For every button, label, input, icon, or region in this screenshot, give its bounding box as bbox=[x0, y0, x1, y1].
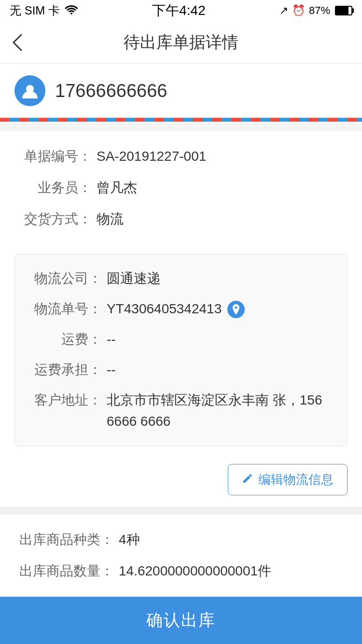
edit-icon bbox=[242, 473, 253, 487]
battery-percentage: 87% bbox=[309, 4, 330, 17]
edit-logistics-button[interactable]: 编辑物流信息 bbox=[228, 464, 348, 495]
confirm-outbound-button[interactable]: 确认出库 bbox=[146, 609, 216, 631]
goods-types-value: 4种 bbox=[119, 529, 343, 551]
freight-label: 运费： bbox=[29, 329, 107, 350]
edit-logistics-label: 编辑物流信息 bbox=[258, 471, 334, 488]
status-time: 下午4:42 bbox=[152, 1, 206, 20]
address-label: 客户地址： bbox=[29, 390, 107, 411]
freight-bear-row: 运费承担： -- bbox=[29, 359, 333, 381]
confirm-btn-wrap: 确认出库 bbox=[0, 597, 362, 644]
status-right: ↗ ⏰ 87% bbox=[279, 4, 352, 17]
location-status-icon: ↗ bbox=[279, 4, 288, 17]
logistics-company-row: 物流公司： 圆通速递 bbox=[29, 268, 333, 290]
goods-quantity-value: 14.6200000000000001件 bbox=[119, 560, 343, 582]
delivery-label: 交货方式： bbox=[19, 209, 97, 230]
carrier-text: 无 SIM 卡 bbox=[10, 3, 60, 18]
wifi-icon bbox=[65, 4, 78, 17]
order-no-value: SA-20191227-001 bbox=[97, 146, 343, 168]
order-no-label: 单据编号： bbox=[19, 146, 97, 168]
order-info-section: 单据编号： SA-20191227-001 业务员： 曾凡杰 交货方式： 物流 bbox=[0, 131, 362, 244]
goods-types-label: 出库商品种类： bbox=[19, 529, 119, 551]
address-value: 北京市市辖区海淀区永丰南 张，156 6666 6666 bbox=[107, 390, 333, 433]
freight-bear-label: 运费承担： bbox=[29, 359, 107, 381]
freight-value: -- bbox=[107, 329, 333, 350]
goods-section: 出库商品种类： 4种 出库商品数量： 14.6200000000000001件 bbox=[0, 515, 362, 597]
section-divider-1 bbox=[0, 507, 362, 515]
logistics-tracking-row: 物流单号： YT4306405342413 bbox=[29, 298, 333, 320]
goods-quantity-row: 出库商品数量： 14.6200000000000001件 bbox=[19, 560, 343, 582]
order-no-row: 单据编号： SA-20191227-001 bbox=[19, 146, 343, 168]
logistics-card: 物流公司： 圆通速递 物流单号： YT4306405342413 运费： -- … bbox=[14, 254, 348, 447]
tracking-location-icon[interactable] bbox=[227, 301, 245, 318]
address-row: 客户地址： 北京市市辖区海淀区永丰南 张，156 6666 6666 bbox=[29, 390, 333, 433]
alarm-icon: ⏰ bbox=[292, 4, 305, 17]
salesman-row: 业务员： 曾凡杰 bbox=[19, 177, 343, 199]
avatar bbox=[14, 75, 45, 106]
delivery-value: 物流 bbox=[97, 209, 343, 230]
page-title: 待出库单据详情 bbox=[124, 31, 238, 54]
goods-quantity-label: 出库商品数量： bbox=[19, 560, 119, 582]
logistics-tracking-label: 物流单号： bbox=[29, 298, 107, 320]
edit-btn-wrap: 编辑物流信息 bbox=[0, 456, 362, 507]
logistics-tracking-value: YT4306405342413 bbox=[107, 298, 333, 320]
freight-row: 运费： -- bbox=[29, 329, 333, 350]
logistics-company-label: 物流公司： bbox=[29, 268, 107, 290]
nav-bar: 待出库单据详情 bbox=[0, 21, 362, 64]
freight-bear-value: -- bbox=[107, 359, 333, 381]
back-button[interactable] bbox=[12, 33, 23, 52]
delivery-row: 交货方式： 物流 bbox=[19, 209, 343, 230]
salesman-label: 业务员： bbox=[19, 177, 97, 199]
status-bar: 无 SIM 卡 下午4:42 ↗ ⏰ 87% bbox=[0, 0, 362, 21]
status-left: 无 SIM 卡 bbox=[10, 3, 78, 18]
dashed-divider bbox=[0, 118, 362, 122]
goods-types-row: 出库商品种类： 4种 bbox=[19, 529, 343, 551]
logistics-company-value: 圆通速递 bbox=[107, 268, 333, 290]
customer-phone: 17666666666 bbox=[55, 81, 167, 101]
customer-header: 17666666666 bbox=[0, 64, 362, 118]
battery-icon bbox=[335, 6, 352, 15]
salesman-value: 曾凡杰 bbox=[97, 177, 343, 199]
